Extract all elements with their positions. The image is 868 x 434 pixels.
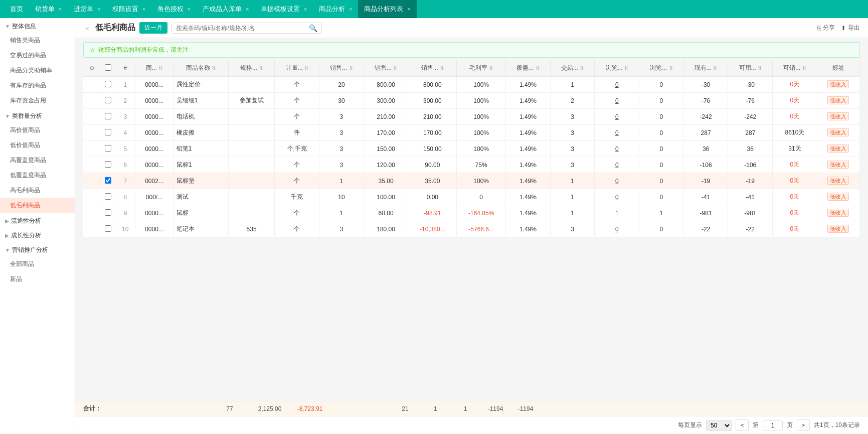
cell-name[interactable]: 测试 (173, 189, 228, 205)
page-input[interactable] (763, 420, 783, 430)
nav-permissions[interactable]: 权限设置 × (106, 0, 151, 18)
close-icon[interactable]: × (407, 6, 410, 12)
col-browse1[interactable]: 浏览... ⇅ (595, 60, 639, 77)
export-button[interactable]: ⬆ 导出 (841, 24, 860, 32)
sidebar-item-high-value[interactable]: 高价值商品 (0, 122, 75, 137)
cell-name[interactable]: 吴细细1 (173, 93, 228, 109)
next-page-button[interactable]: ＞ (797, 419, 810, 431)
browse-link[interactable]: 0 (615, 194, 619, 201)
close-icon[interactable]: × (304, 6, 307, 12)
col-sale-profit[interactable]: 销售... ⇅ (408, 60, 457, 77)
sidebar-item-high-margin[interactable]: 高毛利商品 (0, 183, 75, 198)
nav-product-analysis[interactable]: 商品分析 × (313, 0, 358, 18)
col-gross-margin[interactable]: 毛利率 ⇅ (457, 60, 506, 77)
cell-checkbox[interactable] (101, 77, 115, 93)
sidebar-item-low-value[interactable]: 低价值商品 (0, 137, 75, 153)
browse-link[interactable]: 1 (615, 210, 619, 217)
browse-link[interactable]: 0 (615, 97, 619, 104)
row-checkbox[interactable] (105, 209, 111, 216)
nav-purchase[interactable]: 进货单 × (68, 0, 106, 18)
sidebar-item-capital[interactable]: 库存资金占用 (0, 93, 75, 108)
row-checkbox[interactable] (105, 193, 111, 200)
close-icon[interactable]: × (97, 6, 100, 12)
settings-icon[interactable]: ⚙ (89, 65, 95, 72)
row-checkbox[interactable] (105, 81, 111, 87)
browse-link[interactable]: 0 (615, 178, 619, 185)
cell-browse1[interactable]: 0 (595, 77, 639, 93)
share-button[interactable]: ⎘ 分享 (817, 24, 835, 32)
close-icon[interactable]: × (246, 6, 249, 12)
col-trade-count[interactable]: 交易... ⇅ (550, 60, 595, 77)
cell-name[interactable]: 鼠标垫 (173, 173, 228, 189)
sidebar-item-low-margin[interactable]: 低毛利商品 (0, 198, 75, 213)
col-browse2[interactable]: 浏览... ⇅ (639, 60, 684, 77)
row-checkbox[interactable] (105, 225, 111, 232)
cell-checkbox[interactable] (101, 157, 115, 173)
nav-home[interactable]: 首页 (4, 0, 29, 18)
select-all-checkbox[interactable] (105, 64, 111, 71)
cell-checkbox[interactable] (101, 109, 115, 125)
cell-browse1[interactable]: 0 (595, 189, 639, 205)
col-unit[interactable]: 计量... ⇅ (275, 60, 319, 77)
cell-browse1[interactable]: 0 (595, 109, 639, 125)
sidebar-item-category-rate[interactable]: 商品分类助销率 (0, 63, 75, 78)
cell-name[interactable]: 鼠标1 (173, 157, 228, 173)
close-icon[interactable]: × (188, 6, 191, 12)
browse-link[interactable]: 0 (615, 129, 619, 136)
browse-link[interactable]: 0 (615, 146, 619, 153)
cell-browse1[interactable]: 0 (595, 93, 639, 109)
col-name[interactable]: 商品名称 ⇅ (173, 60, 228, 77)
browse-link[interactable]: 0 (615, 162, 619, 169)
sidebar-group-growth[interactable]: ▶ 成长性分析 (0, 227, 75, 242)
col-coverage[interactable]: 覆盖... ⇅ (506, 60, 551, 77)
sidebar-item-low-coverage[interactable]: 低覆盖度商品 (0, 168, 75, 183)
cell-browse1[interactable]: 0 (595, 221, 639, 237)
cell-browse1[interactable]: 0 (595, 157, 639, 173)
cell-name[interactable]: 铅笔1 (173, 141, 228, 157)
prev-page-button[interactable]: ＜ (736, 419, 749, 431)
cell-checkbox[interactable] (101, 221, 115, 237)
nav-product-analysis-list[interactable]: 商品分析列表 × (358, 0, 416, 18)
col-sale-qty[interactable]: 销售... ⇅ (319, 60, 364, 77)
sidebar-item-high-coverage[interactable]: 高覆盖度商品 (0, 153, 75, 168)
close-icon[interactable]: × (59, 6, 62, 12)
sidebar-item-in-stock[interactable]: 有库存的商品 (0, 78, 75, 93)
row-checkbox[interactable] (105, 145, 111, 152)
cell-checkbox[interactable] (101, 189, 115, 205)
col-settings[interactable]: ⚙ (83, 60, 101, 77)
row-checkbox[interactable] (105, 97, 111, 103)
sidebar-item-sales-products[interactable]: 销售类商品 (0, 33, 75, 48)
sidebar-item-new-products[interactable]: 新品 (0, 271, 75, 286)
nav-template-settings[interactable]: 单据模板设置 × (255, 0, 313, 18)
row-checkbox[interactable] (105, 129, 111, 135)
browse-link[interactable]: 0 (615, 226, 619, 233)
nav-sales[interactable]: 销货单 × (29, 0, 68, 18)
col-available[interactable]: 可用... ⇅ (728, 60, 773, 77)
sidebar-group-cluster[interactable]: ▼ 类群量分析 (0, 108, 75, 122)
cell-checkbox[interactable] (101, 205, 115, 221)
col-current-stock[interactable]: 现有... ⇅ (683, 60, 728, 77)
collapse-sidebar-button[interactable]: « (83, 24, 91, 32)
cell-browse1[interactable]: 0 (595, 173, 639, 189)
cell-name[interactable]: 属性定价 (173, 77, 228, 93)
col-spec[interactable]: 规格... ⇅ (228, 60, 275, 77)
search-input[interactable] (176, 25, 309, 32)
cell-checkbox[interactable] (101, 173, 115, 189)
cell-checkbox[interactable] (101, 141, 115, 157)
time-filter-button[interactable]: 近一月 (139, 22, 167, 34)
table-wrapper[interactable]: ⚙ # 商... ⇅ 商品名称 ⇅ 规格... ⇅ 计量... ⇅ 销售... … (83, 60, 860, 401)
cell-browse1[interactable]: 0 (595, 125, 639, 141)
browse-link[interactable]: 0 (615, 81, 619, 88)
cell-name[interactable]: 笔记本 (173, 221, 228, 237)
search-icon[interactable]: 🔍 (309, 24, 317, 32)
cell-name[interactable]: 鼠标 (173, 205, 228, 221)
sidebar-group-marketing[interactable]: ▼ 营销推广分析 (0, 242, 75, 256)
sidebar-item-all-products[interactable]: 全部商品 (0, 256, 75, 271)
cell-browse1[interactable]: 0 (595, 141, 639, 157)
close-icon[interactable]: × (349, 6, 352, 12)
nav-roles[interactable]: 角色授权 × (151, 0, 197, 18)
col-sale-price[interactable]: 销售... ⇅ (364, 60, 408, 77)
sidebar-group-flow[interactable]: ▶ 流通性分析 (0, 213, 75, 227)
nav-products-entry[interactable]: 产成品入库单 × (197, 0, 255, 18)
sidebar-item-traded-products[interactable]: 交易过的商品 (0, 48, 75, 63)
